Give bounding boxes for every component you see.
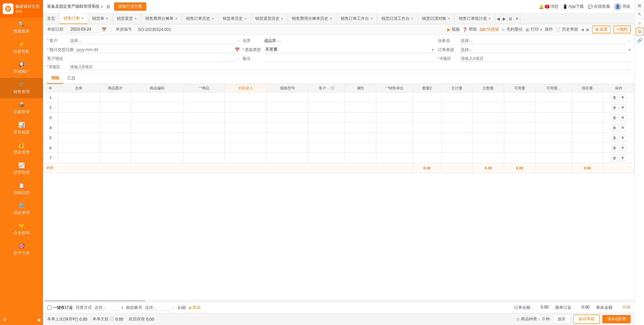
tab-sales-history[interactable]: 销售订单历史 ✕ <box>182 13 219 24</box>
quickpay-check[interactable] <box>47 306 51 310</box>
row-3-copy[interactable]: ⊕ <box>619 114 626 121</box>
quickpay-checkbox[interactable]: 一键收订金 <box>47 305 73 311</box>
row-6-unit[interactable] <box>376 143 413 153</box>
tab-refund-history[interactable]: 销货退货历史 ✕ <box>251 13 288 24</box>
row-2-code[interactable] <box>131 103 183 113</box>
right-icon-grid[interactable]: ⊞ <box>636 1 644 9</box>
tab-sales-fee[interactable]: 销售费用分摊单 ✕ <box>141 13 182 24</box>
discard-button[interactable]: 放弃 <box>553 315 571 324</box>
tab-close-return-history[interactable]: ✕ <box>244 17 247 21</box>
row-4-product[interactable] <box>183 123 225 133</box>
row-3-delete[interactable]: 🗑 <box>611 114 618 121</box>
tab-order-workbench[interactable]: 销售订单工作台 ✕ <box>337 13 377 24</box>
row-4-scan[interactable] <box>225 123 266 133</box>
row-1-copy[interactable]: ⊕ <box>619 94 626 101</box>
row-3-unit[interactable] <box>376 113 413 123</box>
tab-detail[interactable]: 明细 <box>47 73 63 84</box>
row-5-qty2[interactable] <box>413 133 441 143</box>
row-6-product[interactable] <box>183 143 225 153</box>
sidebar-item-collab[interactable]: 🤝 企业协同 <box>0 219 43 239</box>
solution-button[interactable]: 体验行业方案 <box>114 2 146 11</box>
invoice-dropdown-icon[interactable]: ▾ <box>432 47 434 52</box>
tab-close-all[interactable]: ✕ <box>514 13 520 24</box>
row-1-unit[interactable] <box>376 92 413 103</box>
tab-close-reconcile[interactable]: ✕ <box>448 17 450 21</box>
row-5-code[interactable] <box>131 133 183 143</box>
row-2-copy[interactable]: ⊕ <box>619 104 626 111</box>
tab-close-sales-refund[interactable]: ✕ <box>134 17 137 21</box>
row-6-qty2[interactable] <box>413 143 441 153</box>
row-6-copy[interactable]: ⊕ <box>619 145 626 151</box>
row-7-qty2[interactable] <box>413 153 441 163</box>
tab-fee-history[interactable]: 销售费用分摊单历史 ✕ <box>288 13 337 24</box>
ops-btn[interactable]: 操作 <box>545 27 553 32</box>
row-6-delete[interactable]: 🗑 <box>611 145 618 151</box>
tab-daily-clear[interactable]: 钱货日清工作台 ✕ <box>377 13 418 24</box>
order-source-input[interactable] <box>459 47 627 53</box>
sidebar-item-marketing[interactable]: 📢 营销推广 <box>0 58 43 78</box>
row-3-scan[interactable] <box>225 113 266 123</box>
row-5-ops[interactable]: 🗑⊕ <box>603 133 634 143</box>
topbar-gear-icon[interactable]: ⚙ <box>106 4 111 9</box>
tab-home[interactable]: 首页 <box>43 13 60 24</box>
row-5-copy[interactable]: ⊕ <box>619 134 626 141</box>
online-service-item[interactable]: 💬 在线客服 <box>588 4 610 9</box>
row-1-qty2[interactable] <box>413 92 441 103</box>
sidebar-item-finance[interactable]: 💰 资金管理 <box>0 138 43 159</box>
row-6-ops[interactable]: 🗑⊕ <box>603 143 634 153</box>
row-7-ops[interactable]: 🗑⊕ <box>603 153 634 163</box>
row-4-ops[interactable]: 🗑⊕ <box>603 123 634 133</box>
sidebar-item-guide[interactable]: 🎯 新手引导 <box>0 239 43 259</box>
nav-prev[interactable]: ◀ <box>581 27 584 32</box>
row-3-warehouse[interactable] <box>58 113 100 123</box>
product-count-icon[interactable]: ⊙ <box>516 317 520 322</box>
row-1-scan[interactable] <box>225 92 266 103</box>
tab-close-sales-return[interactable]: ✕ <box>106 17 108 21</box>
collapse-icon[interactable]: ◀ <box>37 317 40 322</box>
salesperson-more-icon[interactable]: ··· <box>627 39 631 43</box>
row-4-code[interactable] <box>131 123 183 133</box>
tab-close-refund-history[interactable]: ✕ <box>281 17 283 21</box>
row-6-scan[interactable] <box>225 143 266 153</box>
sidebar-item-inventory[interactable]: 📊 库存核算 <box>0 118 43 138</box>
row-4-warehouse[interactable] <box>58 123 100 133</box>
right-icon-settings[interactable]: ⚙ <box>636 28 644 36</box>
help-btn[interactable]: ❓ 帮助 <box>462 27 477 32</box>
row-2-product[interactable] <box>183 103 225 113</box>
project-b-input[interactable] <box>69 64 631 70</box>
view-btn[interactable]: ▶ 视频 <box>447 27 460 32</box>
row-2-ops[interactable]: 🗑⊕ <box>603 103 634 113</box>
print-btn[interactable]: 🖨 打印 ▾ <box>525 27 542 32</box>
row-2-scan[interactable] <box>225 103 266 113</box>
customer-more-icon[interactable]: ··· <box>236 39 240 43</box>
row-7-code[interactable] <box>131 153 183 163</box>
nav-next[interactable]: ▶ <box>586 27 590 32</box>
app-download-item[interactable]: 📱 App下载 <box>563 4 584 9</box>
address-input[interactable] <box>69 55 235 62</box>
row-4-qty2[interactable] <box>413 123 441 133</box>
tab-sales-return[interactable]: 销货单 ✕ <box>88 13 113 24</box>
invoice-type-select[interactable]: 不开票 ▾ <box>264 46 435 53</box>
tab-next[interactable]: ▶ <box>501 13 507 24</box>
row-2-unit[interactable] <box>376 103 413 113</box>
tab-reconcile[interactable]: 钱货日清对账 ✕ <box>418 13 455 24</box>
right-icon-link[interactable]: 🔗 <box>636 36 644 44</box>
row-3-code[interactable] <box>131 113 183 123</box>
sidebar-item-basic[interactable]: 📋 基础信息 <box>0 179 43 199</box>
row-7-delete[interactable]: 🗑 <box>611 155 618 161</box>
tab-statistics[interactable]: 销售订单统计表 ✕ <box>455 13 495 24</box>
row-4-delete[interactable]: 🗑 <box>611 124 618 131</box>
order-source-dropdown[interactable]: ▾ <box>629 47 631 52</box>
add-deposit-btn[interactable]: ⊕ 添加 <box>188 305 200 311</box>
payment-select[interactable] <box>93 304 120 311</box>
row-6-warehouse[interactable] <box>58 143 100 153</box>
row-1-product[interactable] <box>183 92 225 103</box>
remark-input[interactable] <box>264 55 435 62</box>
date-input[interactable] <box>69 26 100 33</box>
tab-expand[interactable]: ⊞ <box>507 13 514 24</box>
right-icon-edit[interactable]: ✎ <box>636 10 644 18</box>
tab-close-sales-history[interactable]: ✕ <box>212 17 214 21</box>
row-3-ops[interactable]: 🗑⊕ <box>603 113 634 123</box>
table-scrollbar[interactable] <box>43 299 635 302</box>
row-5-warehouse[interactable] <box>58 133 100 143</box>
